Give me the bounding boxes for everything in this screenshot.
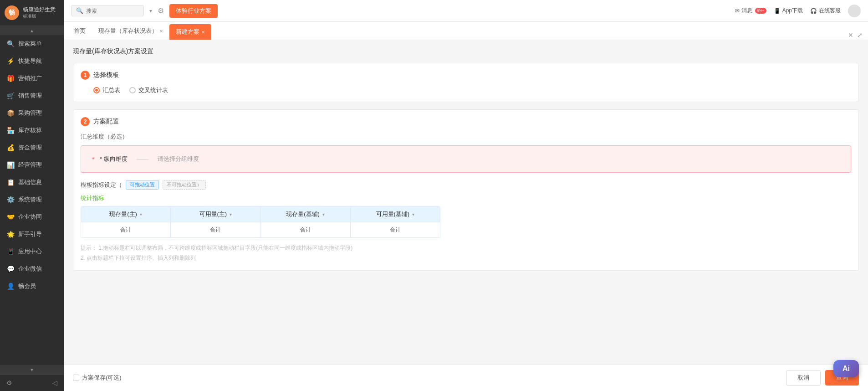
search-dropdown-icon[interactable]: ▾ [149,8,152,14]
sidebar-scroll-up[interactable]: ▲ [0,26,64,35]
col3-header[interactable]: 现存量(基辅) ▾ [261,206,351,222]
sidebar-item-sales-mgmt[interactable]: 🛒 销售管理 [0,87,64,104]
col4-cell: 合计 [351,222,440,237]
col4-chevron[interactable]: ▾ [412,212,414,217]
ai-button[interactable]: Ai [833,360,859,364]
section1-header: 1 选择模板 [81,71,851,80]
stats-table-row1: 合计 合计 合计 合计 [81,222,440,237]
sidebar-corp-agree-icon: 🤝 [6,213,15,221]
sidebar-item-purchase-mgmt[interactable]: 📦 采购管理 [0,104,64,122]
sidebar-item-finance[interactable]: 💰 资金管理 [0,139,64,156]
sidebar-item-search-menu[interactable]: 🔍 搜索菜单 [0,35,64,52]
settings-icon[interactable]: ⚙ [6,379,12,386]
sidebar-item-member[interactable]: 👤 畅会员 [0,278,64,295]
sidebar-basic-info-label: 基础信息 [18,178,42,186]
sidebar-app-center-label: 应用中心 [18,247,42,256]
sidebar-items: 🔍 搜索菜单 ⚡ 快捷导航 🎁 营销推广 🛒 销售管理 📦 采购管理 🏪 库存核… [0,35,64,365]
radio-summary[interactable]: 汇总表 [93,86,120,94]
tip2: 2. 点击标题栏下拉可设置排序、插入列和删除列 [81,253,851,263]
tab-home[interactable]: 首页 [67,23,92,40]
save-checkbox[interactable] [73,375,79,381]
settings-gear-icon[interactable]: ⚙ [158,6,164,15]
section1-title: 选择模板 [93,71,119,79]
main-area: 🔍 ▾ ⚙ 体验行业方案 ✉ 消息 99+ 📱 App下载 🎧 在线客服 [64,0,868,391]
audio-icon[interactable]: ◁ [52,379,57,386]
tab-new-scheme-label: 新建方案 [176,28,199,36]
required-star: * [92,156,94,163]
sidebar-corp-wechat-label: 企业微信 [18,265,42,273]
sidebar-purchase-mgmt-icon: 📦 [6,109,15,117]
section1-number: 1 [81,71,90,80]
sidebar-sys-mgmt-icon: ⚙️ [6,196,15,204]
sidebar-quick-nav-icon: ⚡ [6,57,15,65]
sidebar-inventory-label: 库存核算 [18,126,42,134]
sidebar-item-sys-mgmt[interactable]: ⚙️ 系统管理 [0,191,64,208]
sidebar-new-guide-label: 新手引导 [18,230,42,238]
online-service-item[interactable]: 🎧 在线客服 [810,7,841,15]
save-option[interactable]: 方案保存(可选) [73,374,122,382]
col1-chevron[interactable]: ▾ [140,212,142,217]
radio-cross-stats[interactable]: 交叉统计表 [129,86,168,94]
messages-badge: 99+ [755,8,766,14]
topbar-right: ✉ 消息 99+ 📱 App下载 🎧 在线客服 [735,5,861,17]
sidebar-new-guide-icon: 🌟 [6,230,15,238]
tips-section: 提示： 1.拖动标题栏可以调整布局，不可跨维度或指标区域拖动栏目字段(只能在同一… [81,243,851,263]
sidebar-scroll-down[interactable]: ▼ [0,365,64,374]
sidebar-item-basic-info[interactable]: 📋 基础信息 [0,174,64,191]
tab-new-scheme-close[interactable]: ✕ [201,30,205,35]
col2-label: 可用量(主) [199,210,227,218]
sidebar-biz-mgmt-label: 经营管理 [18,161,42,169]
section2-number: 2 [81,117,90,126]
sidebar-marketing-icon: 🎁 [6,74,15,82]
radio-summary-circle [93,87,100,93]
search-input[interactable] [86,8,139,14]
sidebar-item-app-center[interactable]: 📱 应用中心 [0,243,64,260]
radio-summary-label: 汇总表 [102,86,120,94]
app-name: 畅康通好生意 [23,6,56,14]
app-sub: 标准版 [23,13,56,20]
stats-label: 统计指标 [81,194,851,202]
section-plan: 2 方案配置 汇总维度（必选） * * 纵向维度 —— 请选择分组维度 模板指标… [73,109,859,271]
draggable-badge: 可拖动位置 [126,180,159,190]
col3-label: 现存量(基辅) [286,210,320,218]
col1-label: 现存量(主) [109,210,137,218]
sidebar-item-inventory[interactable]: 🏪 库存核算 [0,122,64,139]
tab-inventory-status[interactable]: 现存量（库存状况表） ✕ [92,23,169,40]
sidebar-search-menu-icon: 🔍 [6,40,15,48]
topbar: 🔍 ▾ ⚙ 体验行业方案 ✉ 消息 99+ 📱 App下载 🎧 在线客服 [64,0,868,22]
user-avatar[interactable] [848,5,861,17]
indicator-setting-text: 模板指标设定（ [81,181,122,189]
sidebar-item-corp-wechat[interactable]: 💬 企业微信 [0,260,64,278]
tab-inventory-label: 现存量（库存状况表） [98,27,158,35]
col3-chevron[interactable]: ▾ [322,212,325,217]
search-box[interactable]: 🔍 [71,5,144,16]
headset-icon: 🎧 [810,8,817,14]
sidebar-item-corp-agree[interactable]: 🤝 企业协同 [0,208,64,226]
sidebar-sales-mgmt-icon: 🛒 [6,92,15,100]
sidebar-item-new-guide[interactable]: 🌟 新手引导 [0,226,64,243]
window-expand-icon[interactable]: ⤢ [855,31,864,40]
section-template: 1 选择模板 汇总表 交叉统计表 [73,63,859,102]
tab-new-scheme[interactable]: 新建方案 ✕ [169,24,211,40]
sidebar-item-biz-mgmt[interactable]: 📊 经营管理 [0,156,64,174]
col1-header[interactable]: 现存量(主) ▾ [81,206,171,222]
trial-btn[interactable]: 体验行业方案 [169,4,218,18]
tab-home-label: 首页 [74,27,86,35]
sidebar-item-marketing[interactable]: 🎁 营销推广 [0,70,64,87]
col4-label: 可用量(基辅) [376,210,410,218]
stats-table-header: 现存量(主) ▾ 可用量(主) ▾ 现存量(基辅) ▾ 可用量(基辅) [81,206,440,222]
app-download-item[interactable]: 📱 App下载 [774,7,803,15]
messages-item[interactable]: ✉ 消息 99+ [735,7,766,15]
col4-header[interactable]: 可用量(基辅) ▾ [351,206,440,222]
col2-header[interactable]: 可用量(主) ▾ [171,206,260,222]
tab-inventory-close[interactable]: ✕ [159,29,163,34]
col2-chevron[interactable]: ▾ [230,212,232,217]
cancel-button[interactable]: 取消 [786,370,821,386]
sidebar-search-menu-label: 搜索菜单 [18,40,42,48]
sidebar-item-quick-nav[interactable]: ⚡ 快捷导航 [0,52,64,70]
sidebar-member-icon: 👤 [6,282,15,290]
window-close-icon[interactable]: ✕ [846,31,855,40]
message-icon: ✉ [735,8,740,14]
vertical-dim-label: * 纵向维度 [100,155,128,163]
vertical-dim-box[interactable]: * * 纵向维度 —— 请选择分组维度 [81,145,851,173]
